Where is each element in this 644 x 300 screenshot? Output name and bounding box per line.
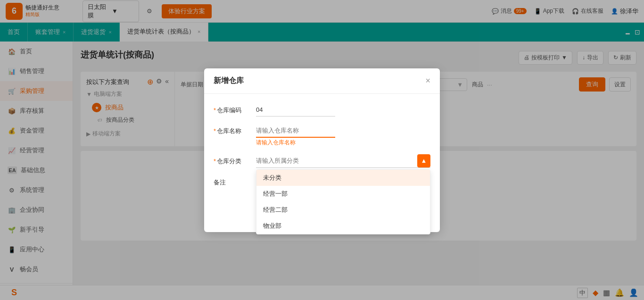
name-label: * 仓库名称 [214, 124, 251, 135]
modal-header: 新增仓库 × [204, 68, 440, 94]
note-label: 备注 [214, 175, 251, 187]
dropdown-item-unclassified[interactable]: 未分类 [256, 170, 430, 186]
code-label-text: 仓库编码 [217, 106, 241, 115]
category-label-text: 仓库分类 [217, 157, 241, 166]
category-input[interactable] [256, 154, 417, 167]
modal-close-button[interactable]: × [425, 76, 430, 86]
category-input-row: ▲ [256, 154, 430, 168]
modal-title: 新增仓库 [214, 76, 244, 86]
modal-overlay: 新增仓库 × * 仓库编码 * 仓库名称 [0, 0, 644, 300]
chevron-up-icon: ▲ [421, 157, 427, 164]
category-toggle-button[interactable]: ▲ [417, 154, 430, 167]
dropdown-item-property[interactable]: 物业部 [256, 218, 430, 234]
note-label-text: 备注 [214, 178, 226, 187]
code-field-row: * 仓库编码 [214, 103, 430, 117]
category-label: * 仓库分类 [214, 154, 251, 166]
category-dropdown: 未分类 经营一部 经营二部 物业部 [256, 169, 430, 234]
category-required-mark: * [214, 158, 216, 165]
add-warehouse-modal: 新增仓库 × * 仓库编码 * 仓库名称 [204, 68, 440, 232]
dropdown-item-dept2[interactable]: 经营二部 [256, 202, 430, 218]
code-required-mark: * [214, 107, 216, 114]
code-field-wrap [256, 103, 430, 117]
name-required-mark: * [214, 127, 216, 134]
name-error-msg: 请输入仓库名称 [256, 139, 430, 147]
name-label-text: 仓库名称 [217, 127, 241, 135]
name-field-row: * 仓库名称 请输入仓库名称 [214, 124, 430, 147]
category-wrap: ▲ 未分类 经营一部 经营二部 物业部 [256, 154, 430, 168]
code-label: * 仓库编码 [214, 103, 251, 115]
category-field-row: * 仓库分类 ▲ 未分类 经营一部 经营二部 物业部 [214, 154, 430, 168]
name-input[interactable] [256, 124, 335, 138]
code-input[interactable] [256, 103, 335, 117]
dropdown-item-dept1[interactable]: 经营一部 [256, 186, 430, 202]
modal-body: * 仓库编码 * 仓库名称 请输入仓库名称 [204, 94, 440, 206]
name-field-wrap: 请输入仓库名称 [256, 124, 430, 147]
